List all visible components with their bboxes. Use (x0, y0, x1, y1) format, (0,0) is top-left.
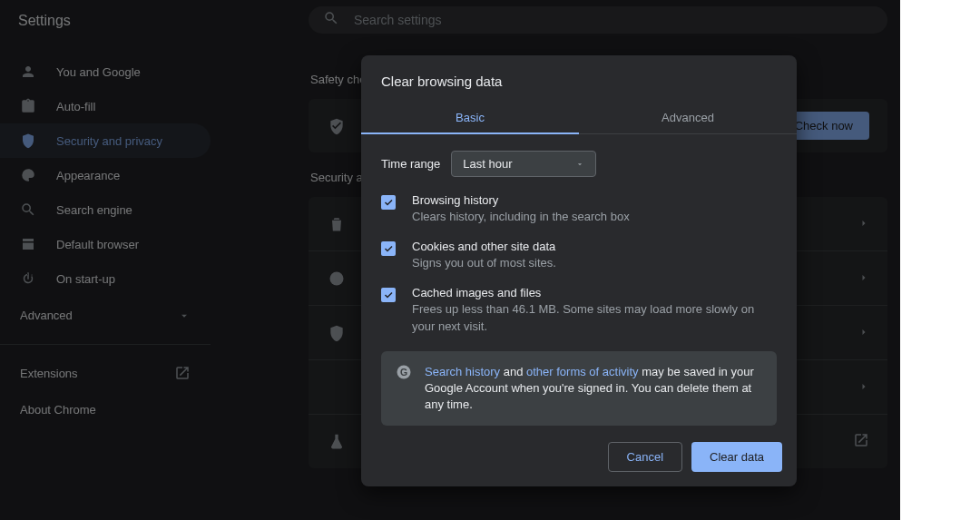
white-strip (900, 0, 980, 520)
clear-data-button[interactable]: Clear data (691, 442, 782, 472)
info-box: G Search history and other forms of acti… (381, 351, 777, 427)
checkbox-cache[interactable] (381, 288, 396, 302)
svg-text:G: G (400, 367, 407, 378)
checkbox-cookies[interactable] (381, 241, 396, 256)
other-activity-link[interactable]: other forms of activity (526, 365, 639, 378)
checkbox-browsing-history[interactable] (381, 195, 396, 210)
cancel-button[interactable]: Cancel (608, 442, 682, 472)
tab-advanced[interactable]: Advanced (579, 102, 797, 133)
time-range-select[interactable]: Last hour (451, 151, 596, 177)
search-history-link[interactable]: Search history (425, 365, 500, 378)
time-range-label: Time range (381, 157, 440, 171)
clear-browsing-data-dialog: Clear browsing data Basic Advanced Time … (361, 55, 797, 486)
google-icon: G (396, 364, 412, 380)
tab-basic[interactable]: Basic (361, 102, 579, 133)
dialog-title: Clear browsing data (361, 55, 797, 102)
chevron-down-icon (575, 160, 584, 169)
